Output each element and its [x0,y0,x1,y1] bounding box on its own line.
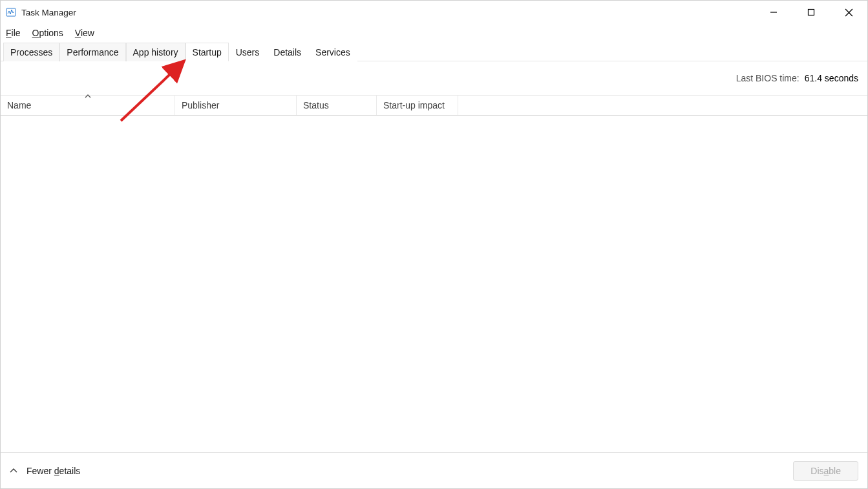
tab-services[interactable]: Services [308,43,357,61]
menu-file[interactable]: File [6,28,21,38]
titlebar-left: Task Manager [6,7,76,17]
table-body [1,116,867,452]
task-manager-window: Task Manager File Options View Processes… [0,0,868,489]
tab-performance[interactable]: Performance [59,43,125,61]
footer: Fewer details Disable [1,452,867,488]
column-header-publisher[interactable]: Publisher [175,96,297,115]
menubar: File Options View [1,24,867,42]
titlebar: Task Manager [1,1,867,24]
sort-ascending-icon [84,94,92,99]
bios-time-value: 61.4 seconds [805,73,858,83]
table-header: Name Publisher Status Start-up impact [1,95,867,116]
column-label: Start-up impact [383,100,445,110]
status-line: Last BIOS time: 61.4 seconds [1,61,867,95]
close-button[interactable] [830,1,867,24]
tab-processes[interactable]: Processes [3,43,59,61]
column-label: Publisher [182,100,219,110]
column-label: Status [303,100,329,110]
window-title: Task Manager [21,8,76,17]
maximize-button[interactable] [792,1,830,24]
disable-button[interactable]: Disable [793,461,858,481]
column-header-status[interactable]: Status [297,96,377,115]
svg-rect-2 [809,10,814,16]
tab-app-history[interactable]: App history [126,43,185,61]
fewer-details-label: Fewer details [26,466,80,476]
minimize-button[interactable] [755,1,792,24]
bios-time-label: Last BIOS time: [736,73,799,83]
window-controls [755,1,867,24]
column-header-name[interactable]: Name [1,96,175,115]
menu-options[interactable]: Options [32,28,63,38]
tab-details[interactable]: Details [266,43,308,61]
tabs: Processes Performance App history Startu… [1,42,867,61]
tab-startup[interactable]: Startup [185,43,229,61]
column-header-impact[interactable]: Start-up impact [377,96,458,115]
task-manager-icon [6,7,16,17]
column-label: Name [7,100,31,110]
fewer-details-toggle[interactable]: Fewer details [10,466,80,476]
menu-view[interactable]: View [75,28,94,38]
tab-users[interactable]: Users [229,43,267,61]
chevron-up-icon [10,467,17,475]
